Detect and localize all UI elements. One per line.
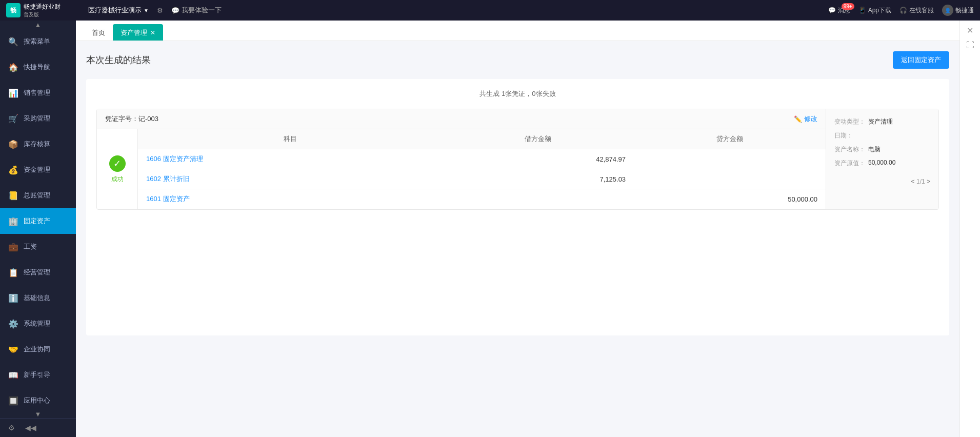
- expand-panel-icon[interactable]: ⛶: [966, 41, 974, 50]
- tab-asset-management[interactable]: 资产管理 ✕: [113, 24, 163, 41]
- sidebar-item-ledger[interactable]: 📒 总账管理: [0, 183, 76, 208]
- page-content: 本次生成的结果 返回固定资产 共生成 1张凭证，0张失败 凭证字号：记-003 …: [76, 41, 959, 437]
- guide-icon: 📖: [8, 370, 18, 380]
- info-row-original-value: 资产原值： 50,000.00: [834, 159, 930, 168]
- next-page-icon[interactable]: >: [927, 178, 930, 185]
- sidebar-item-inventory[interactable]: 📦 库存核算: [0, 131, 76, 157]
- voucher-number: 凭证字号：记-003: [105, 114, 158, 124]
- result-container: 共生成 1张凭证，0张失败 凭证字号：记-003 ✏️ 修改: [86, 79, 949, 335]
- content-area: 首页 资产管理 ✕ 本次生成的结果 返回固定资产 共生成 1张凭证，0张失败: [76, 21, 959, 437]
- close-panel-icon[interactable]: ✕: [967, 26, 973, 35]
- sidebar-item-capital[interactable]: 💰 资金管理: [0, 157, 76, 183]
- voucher-rows-area: ✓ 成功 科目 借方金额 贷方金额: [97, 129, 826, 209]
- sidebar: ▲ 🔍 搜索菜单 🏠 快捷导航 📊 销售管理 🛒 采购管理 📦 库存核算: [0, 21, 76, 437]
- edit-button[interactable]: ✏️ 修改: [794, 114, 817, 124]
- chevron-down-icon: ▼: [144, 8, 149, 13]
- sidebar-item-guide[interactable]: 📖 新手引导: [0, 362, 76, 388]
- prev-page-icon[interactable]: <: [911, 178, 915, 185]
- original-value-value: 50,000.00: [868, 159, 895, 166]
- sidebar-footer: ⚙ ◀◀: [0, 418, 76, 437]
- settings-icon[interactable]: ⚙: [157, 7, 163, 14]
- row2-debit: 7,125.03: [442, 169, 634, 189]
- sidebar-item-basic-info[interactable]: ℹ️ 基础信息: [0, 285, 76, 311]
- sidebar-item-purchase[interactable]: 🛒 采购管理: [0, 106, 76, 131]
- fixed-assets-icon: 🏢: [8, 216, 18, 226]
- success-column: ✓ 成功: [97, 129, 138, 209]
- original-value-label: 资产原值：: [834, 159, 865, 168]
- sidebar-item-sales[interactable]: 📊 销售管理: [0, 80, 76, 106]
- voucher-header-row: 凭证字号：记-003 ✏️ 修改: [97, 109, 826, 129]
- app-center-icon: 🔲: [8, 396, 18, 406]
- sidebar-scroll-up[interactable]: ▲: [0, 21, 76, 29]
- asset-name-label: 资产名称：: [834, 145, 865, 154]
- table-column: 科目 借方金额 贷方金额 1606 固定资产清理 42,874.: [138, 129, 826, 209]
- logo-text: 畅捷通好业财 普及版: [24, 3, 61, 18]
- logo-icon: 畅: [6, 3, 21, 17]
- tabs-bar: 首页 资产管理 ✕: [76, 21, 959, 41]
- main-layout: ▲ 🔍 搜索菜单 🏠 快捷导航 📊 销售管理 🛒 采购管理 📦 库存核算: [0, 21, 980, 437]
- message-action[interactable]: 💬 消息 99+: [828, 6, 850, 15]
- logo-area: 畅 畅捷通好业财 普及版: [6, 3, 82, 18]
- page-title: 本次生成的结果: [86, 54, 151, 66]
- success-text: 成功: [111, 175, 124, 184]
- tab-home[interactable]: 首页: [84, 24, 113, 41]
- online-service-action[interactable]: 🎧 在线客服: [899, 6, 934, 15]
- row3-subject[interactable]: 1601 固定资产: [138, 189, 442, 209]
- edit-icon: ✏️: [794, 115, 802, 123]
- row3-debit: [442, 189, 634, 209]
- sidebar-item-system[interactable]: ⚙️ 系统管理: [0, 311, 76, 336]
- row3-credit: 50,000.00: [634, 189, 826, 209]
- table-row: 1601 固定资产 50,000.00: [138, 189, 826, 209]
- page-info: 1/1: [916, 178, 927, 185]
- home-icon: 🏠: [8, 63, 18, 72]
- footer-settings-icon[interactable]: ⚙: [8, 424, 15, 432]
- sidebar-item-quick-nav[interactable]: 🏠 快捷导航: [0, 54, 76, 80]
- col-header-subject: 科目: [138, 129, 442, 149]
- sidebar-item-enterprise[interactable]: 🤝 企业协同: [0, 336, 76, 362]
- page-header: 本次生成的结果 返回固定资产: [86, 51, 949, 69]
- row2-subject[interactable]: 1602 累计折旧: [138, 169, 442, 189]
- system-icon: ⚙️: [8, 319, 18, 329]
- search-icon: 🔍: [8, 37, 18, 47]
- app-download-action[interactable]: 📱 App下载: [858, 6, 891, 15]
- sidebar-item-fixed-assets[interactable]: 🏢 固定资产: [0, 208, 76, 234]
- ledger-icon: 📒: [8, 191, 18, 201]
- sidebar-item-payroll[interactable]: 💼 工资: [0, 234, 76, 260]
- row2-credit: [634, 169, 826, 189]
- table-row: 1606 固定资产清理 42,874.97: [138, 149, 826, 169]
- col-header-debit: 借方金额: [442, 129, 634, 149]
- download-icon: 📱: [858, 7, 866, 14]
- asset-name-value: 电脑: [868, 145, 881, 154]
- experience-icon: 💬: [171, 7, 179, 14]
- user-area[interactable]: 👤 畅捷通: [942, 5, 974, 16]
- purchase-icon: 🛒: [8, 114, 18, 124]
- date-label: 日期：: [834, 131, 853, 140]
- basic-info-icon: ℹ️: [8, 293, 18, 303]
- result-summary: 共生成 1张凭证，0张失败: [96, 89, 939, 98]
- sidebar-scroll-down[interactable]: ▼: [0, 410, 76, 418]
- avatar: 👤: [942, 5, 953, 16]
- payroll-icon: 💼: [8, 242, 18, 252]
- enterprise-icon: 🤝: [8, 345, 18, 354]
- tab-close-icon[interactable]: ✕: [150, 29, 155, 36]
- message-icon: 💬: [828, 7, 836, 14]
- top-header: 畅 畅捷通好业财 普及版 医疗器械行业演示 ▼ ⚙ 💬 我要体验一下 💬 消息 …: [0, 0, 980, 21]
- message-badge: 99+: [842, 3, 854, 10]
- row1-subject[interactable]: 1606 固定资产清理: [138, 149, 442, 169]
- sidebar-nav: 🔍 搜索菜单 🏠 快捷导航 📊 销售管理 🛒 采购管理 📦 库存核算 💰: [0, 29, 76, 410]
- table-row: 1602 累计折旧 7,125.03: [138, 169, 826, 189]
- row1-debit: 42,874.97: [442, 149, 634, 169]
- return-button[interactable]: 返回固定资产: [893, 51, 949, 69]
- experience-button[interactable]: 💬 我要体验一下: [171, 6, 222, 15]
- footer-collapse-icon[interactable]: ◀◀: [25, 424, 36, 432]
- sales-icon: 📊: [8, 88, 18, 98]
- header-right: 💬 消息 99+ 📱 App下载 🎧 在线客服 👤 畅捷通: [828, 5, 974, 16]
- side-panel: ✕ ⛶: [959, 21, 980, 437]
- sidebar-item-search[interactable]: 🔍 搜索菜单: [0, 29, 76, 54]
- sidebar-item-app-center[interactable]: 🔲 应用中心: [0, 388, 76, 410]
- sidebar-item-business[interactable]: 📋 经营管理: [0, 260, 76, 285]
- inventory-icon: 📦: [8, 140, 18, 149]
- info-row-date: 日期：: [834, 131, 930, 140]
- change-type-label: 变动类型：: [834, 117, 865, 126]
- company-selector[interactable]: 医疗器械行业演示 ▼: [88, 6, 149, 15]
